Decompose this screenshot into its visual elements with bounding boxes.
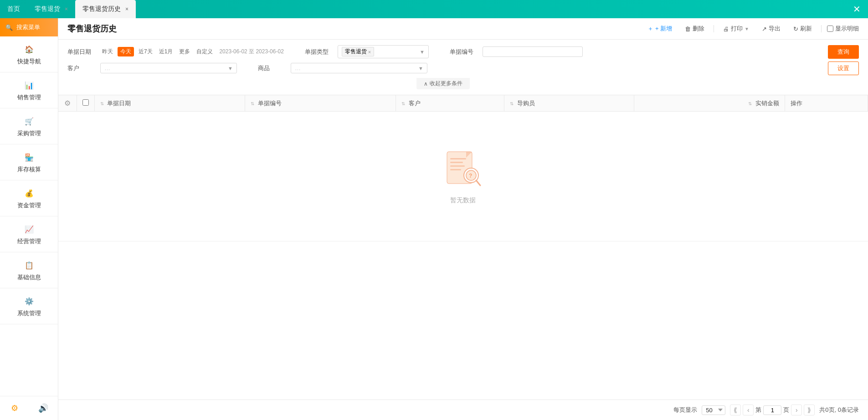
- sidebar-item-sales-label: 销售管理: [17, 93, 41, 102]
- collapse-up-icon: ∧: [424, 81, 428, 87]
- doc-type-label: 单据类型: [305, 48, 330, 56]
- tab-bar: 首页 零售退货 × 零售退货历史 ×: [0, 0, 853, 18]
- svg-rect-3: [450, 165, 465, 167]
- amount-sort-icon: ⇅: [748, 101, 752, 106]
- sidebar-item-finance[interactable]: 💰 资金管理: [0, 180, 58, 216]
- sidebar-item-quick-nav[interactable]: 🏠 快捷导航: [0, 36, 58, 72]
- customer-arrow-icon: ▼: [228, 66, 233, 71]
- date-btn-today[interactable]: 今天: [118, 47, 134, 56]
- number-sort-icon: ⇅: [251, 101, 254, 106]
- new-icon: ＋: [647, 25, 653, 33]
- page-next-button[interactable]: ›: [791, 405, 802, 415]
- sales-icon: 📊: [23, 79, 36, 92]
- doc-number-input[interactable]: [483, 46, 583, 57]
- sidebar-item-sales[interactable]: 📊 销售管理: [0, 72, 58, 108]
- total-text: 共0页, 0条记录: [819, 406, 859, 414]
- print-icon: 🖨: [723, 26, 729, 32]
- amount-col-label: 实销金额: [755, 100, 779, 107]
- window-close-button[interactable]: ✕: [853, 4, 868, 15]
- table-header: ⚙ ⇅ 单据日期 ⇅ 单据编号: [58, 95, 868, 112]
- table-col-guide[interactable]: ⇅ 导购员: [504, 95, 634, 112]
- inventory-icon: 🏪: [23, 151, 36, 164]
- date-btn-more[interactable]: 更多: [177, 47, 192, 56]
- delete-icon: 🗑: [685, 26, 691, 32]
- date-btn-yesterday[interactable]: 昨天: [100, 47, 115, 56]
- sidebar-bottom: ⚙ 🔊: [0, 396, 58, 420]
- filter-with-btn: 单据日期 昨天 今天 近7天 近1月 更多 自定义 2023-06-02 至 2…: [67, 45, 859, 89]
- quick-nav-icon: 🏠: [23, 43, 36, 56]
- guide-col-label: 导购员: [517, 100, 535, 107]
- sidebar-item-quick-nav-label: 快捷导航: [17, 57, 41, 66]
- table-select-all-checkbox[interactable]: [82, 99, 89, 106]
- table-col-date[interactable]: ⇅ 单据日期: [94, 95, 245, 112]
- tab-retail-return-history-close[interactable]: ×: [125, 6, 128, 12]
- table-col-settings: ⚙: [58, 95, 77, 112]
- page-first-button[interactable]: ⟪: [730, 405, 741, 415]
- sidebar: 🔍 搜索菜单 🏠 快捷导航 📊 销售管理 🛒 采购管理 🏪 库存核算 💰 资金管…: [0, 18, 58, 420]
- sidebar-item-finance-label: 资金管理: [17, 201, 41, 210]
- sidebar-item-operations[interactable]: 📈 经营管理: [0, 216, 58, 252]
- purchase-icon: 🛒: [23, 115, 36, 128]
- show-detail-checkbox-input[interactable]: [827, 26, 833, 32]
- print-button[interactable]: 🖨 打印 ▼: [719, 23, 753, 35]
- sidebar-item-inventory[interactable]: 🏪 库存核算: [0, 144, 58, 180]
- filter-row-1: 单据日期 昨天 今天 近7天 近1月 更多 自定义 2023-06-02 至 2…: [67, 45, 819, 58]
- filter-fields: 单据日期 昨天 今天 近7天 近1月 更多 自定义 2023-06-02 至 2…: [67, 45, 819, 89]
- sidebar-settings-button[interactable]: ⚙: [7, 401, 22, 415]
- sidebar-item-basic-info[interactable]: 📋 基础信息: [0, 252, 58, 288]
- query-button[interactable]: 查询: [828, 45, 859, 59]
- date-btn-custom[interactable]: 自定义: [195, 47, 215, 56]
- table-col-amount[interactable]: ⇅ 实销金额: [634, 95, 785, 112]
- goods-placeholder: …: [295, 65, 301, 72]
- tab-retail-return[interactable]: 零售退货 ×: [27, 0, 75, 18]
- per-page-select[interactable]: 10 20 50 100: [702, 405, 725, 415]
- table-header-row: ⚙ ⇅ 单据日期 ⇅ 单据编号: [58, 95, 868, 112]
- table-settings-icon[interactable]: ⚙: [64, 99, 71, 107]
- date-btn-1month[interactable]: 近1月: [157, 47, 175, 56]
- sidebar-item-system-label: 系统管理: [17, 309, 41, 318]
- table-col-customer[interactable]: ⇅ 客户: [396, 95, 504, 112]
- table-col-number[interactable]: ⇅ 单据编号: [245, 95, 396, 112]
- show-detail-checkbox-label[interactable]: 显示明细: [827, 25, 859, 33]
- settings-button[interactable]: 设置: [828, 61, 859, 75]
- content-area: 零售退货历史 ＋ + 新增 🗑 删除 🖨 打印 ▼ ↗ 导: [58, 18, 868, 420]
- tab-home[interactable]: 首页: [0, 0, 27, 18]
- sidebar-audio-button[interactable]: 🔊: [36, 401, 51, 415]
- show-detail-label: 显示明细: [835, 25, 859, 33]
- new-button[interactable]: ＋ + 新增: [644, 23, 676, 35]
- export-button[interactable]: ↗ 导出: [758, 23, 784, 35]
- collapse-button[interactable]: ∧ 收起更多条件: [416, 78, 470, 89]
- export-label: 导出: [769, 25, 781, 33]
- page-last-button[interactable]: ⟫: [804, 405, 815, 415]
- tab-retail-return-history[interactable]: 零售退货历史 ×: [75, 0, 136, 18]
- page-number-input[interactable]: [763, 405, 781, 415]
- empty-state-icon: ?: [440, 148, 486, 189]
- print-label: 打印: [731, 25, 743, 33]
- delete-button[interactable]: 🗑 删除: [681, 23, 708, 35]
- refresh-button[interactable]: ↻ 刷新: [790, 23, 816, 35]
- sidebar-item-system[interactable]: ⚙️ 系统管理: [0, 288, 58, 324]
- main-layout: 🔍 搜索菜单 🏠 快捷导航 📊 销售管理 🛒 采购管理 🏪 库存核算 💰 资金管…: [0, 18, 868, 420]
- sidebar-item-purchase[interactable]: 🛒 采购管理: [0, 108, 58, 144]
- customer-col-label: 客户: [409, 100, 421, 107]
- sidebar-search[interactable]: 🔍 搜索菜单: [0, 18, 58, 36]
- filter-area: 单据日期 昨天 今天 近7天 近1月 更多 自定义 2023-06-02 至 2…: [58, 40, 868, 95]
- customer-select[interactable]: … ▼: [100, 63, 237, 73]
- table-col-action: 操作: [785, 95, 868, 112]
- per-page-label: 每页显示: [673, 406, 697, 414]
- top-bar: 首页 零售退货 × 零售退货历史 × ✕: [0, 0, 868, 18]
- date-btn-7days[interactable]: 近7天: [137, 47, 154, 56]
- page-prev-button[interactable]: ‹: [743, 405, 754, 415]
- doc-type-tag-remove[interactable]: ×: [368, 49, 371, 55]
- customer-placeholder: …: [104, 65, 110, 72]
- refresh-label: 刷新: [800, 25, 812, 33]
- export-icon: ↗: [762, 26, 767, 32]
- tab-retail-return-close[interactable]: ×: [65, 6, 68, 12]
- table-col-checkbox: [77, 95, 94, 112]
- goods-select[interactable]: … ▼: [291, 63, 427, 73]
- filter-row-2: 客户 … ▼ 商品 … ▼: [67, 63, 819, 73]
- table-container: ⚙ ⇅ 单据日期 ⇅ 单据编号: [58, 95, 868, 400]
- header-actions: ＋ + 新增 🗑 删除 🖨 打印 ▼ ↗ 导出 ↻: [644, 23, 859, 35]
- operations-icon: 📈: [23, 223, 36, 236]
- doc-type-select[interactable]: 零售退货 × ▼: [338, 45, 429, 58]
